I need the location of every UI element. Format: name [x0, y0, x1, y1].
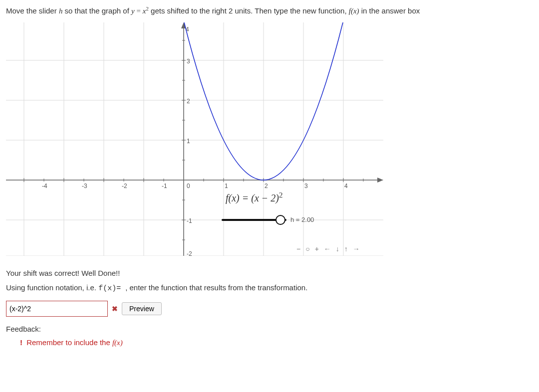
- svg-text:3: 3: [304, 183, 308, 190]
- graph-panel[interactable]: -4 -3 -2 -1 0 1 2 3 4 1 2 3 4 -1 -2 f(x)…: [6, 22, 383, 256]
- q-mid1: so that the graph of: [62, 6, 131, 15]
- question-text: Move the slider h so that the graph of y…: [6, 5, 533, 16]
- svg-text:-1: -1: [162, 183, 167, 190]
- feedback-message: ! Remember to include the f(x): [20, 338, 533, 347]
- svg-text:0: 0: [187, 183, 190, 190]
- feedback-header: Feedback:: [6, 325, 533, 333]
- h-slider[interactable]: h = 2.00: [222, 216, 314, 223]
- graph-svg: -4 -3 -2 -1 0 1 2 3 4 1 2 3 4 -1 -2: [6, 22, 383, 256]
- shift-correct-msg: Your shift was correct! Well Done!!: [6, 269, 533, 277]
- slider-thumb[interactable]: [275, 215, 285, 225]
- slider-value-label: h = 2.00: [290, 216, 314, 223]
- graph-toolbar: − ○ + ← ↓ ↑ →: [296, 245, 360, 253]
- zoom-out-icon[interactable]: −: [296, 245, 300, 253]
- clear-input-icon[interactable]: ✖: [112, 305, 118, 313]
- enter-prompt: Using function notation, i.e. f(x)= , en…: [6, 283, 533, 293]
- svg-text:1: 1: [225, 183, 228, 190]
- svg-text:-3: -3: [82, 183, 87, 190]
- pan-left-icon[interactable]: ←: [324, 245, 331, 253]
- pan-right-icon[interactable]: →: [353, 245, 360, 253]
- q-pre: Move the slider: [6, 6, 59, 15]
- svg-text:3: 3: [187, 58, 190, 65]
- q-post: in the answer box: [359, 6, 420, 15]
- answer-input[interactable]: [6, 301, 108, 317]
- q-mid2: gets shifted to the right 2 units. Then …: [149, 6, 349, 15]
- zoom-in-icon[interactable]: +: [315, 245, 319, 253]
- svg-text:4: 4: [344, 183, 348, 190]
- preview-button[interactable]: Preview: [122, 302, 162, 315]
- svg-text:-2: -2: [122, 183, 127, 190]
- function-label: f(x) = (x − 2)2: [226, 191, 282, 204]
- svg-text:1: 1: [187, 138, 190, 145]
- pan-up-icon[interactable]: ↑: [344, 245, 348, 253]
- pan-down-icon[interactable]: ↓: [336, 245, 339, 253]
- svg-marker-17: [377, 178, 383, 183]
- q-eq-eq: =: [135, 7, 143, 15]
- reset-zoom-icon[interactable]: ○: [305, 245, 309, 253]
- svg-text:-1: -1: [187, 217, 192, 224]
- warning-icon: !: [20, 338, 22, 347]
- svg-text:-4: -4: [42, 183, 47, 190]
- svg-text:2: 2: [187, 98, 190, 105]
- svg-text:2: 2: [265, 183, 268, 190]
- slider-track[interactable]: [222, 219, 286, 221]
- q-eq-lhs: y: [131, 7, 135, 15]
- q-fx: f(x): [349, 7, 359, 15]
- svg-text:-2: -2: [187, 250, 192, 256]
